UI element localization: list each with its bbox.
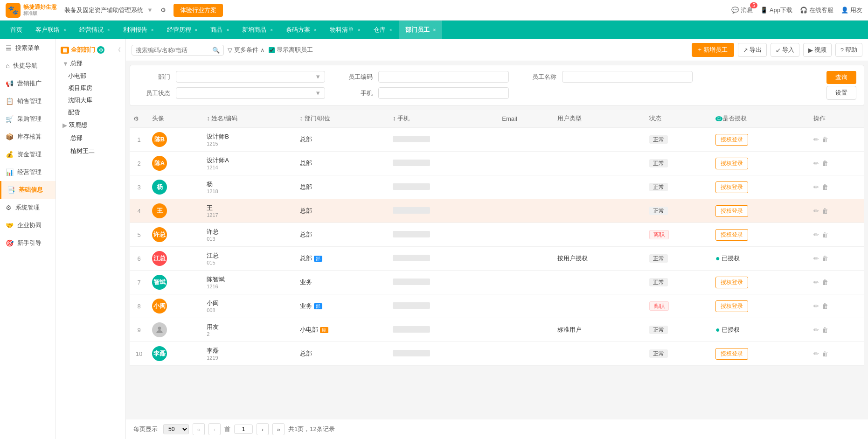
- close-icon[interactable]: ×: [358, 28, 361, 33]
- col-settings[interactable]: ⚙: [130, 110, 148, 128]
- close-icon-active[interactable]: ×: [433, 28, 436, 33]
- menu-item-sales[interactable]: 📋 销售管理: [0, 92, 56, 110]
- close-icon[interactable]: ×: [389, 28, 392, 33]
- tab-bom[interactable]: 物料清单 ×: [323, 21, 367, 39]
- edit-icon[interactable]: ✏: [813, 255, 819, 262]
- menu-item-purchase[interactable]: 🛒 采购管理: [0, 110, 56, 128]
- edit-icon[interactable]: ✏: [813, 302, 819, 310]
- close-icon[interactable]: ×: [151, 28, 154, 33]
- tab-department[interactable]: 部门员工 ×: [399, 21, 443, 39]
- authorize-login-button[interactable]: 授权登录: [715, 205, 748, 217]
- tab-home[interactable]: 首页: [4, 21, 29, 39]
- dept-node-shuanglu[interactable]: ▶ 双鹿想: [56, 118, 125, 132]
- col-dept-position[interactable]: ↕ 部门/职位: [296, 110, 389, 128]
- search-icon[interactable]: 🔍: [212, 47, 220, 54]
- col-name-code[interactable]: ↕ 姓名/编码: [203, 110, 296, 128]
- last-page-btn[interactable]: »: [272, 423, 285, 435]
- help-button[interactable]: ? 帮助: [835, 43, 862, 57]
- emp-name-input[interactable]: [562, 71, 693, 83]
- first-page-btn[interactable]: «: [193, 423, 205, 435]
- status-select[interactable]: ▼: [176, 87, 325, 99]
- filter-settings-button[interactable]: 设置: [826, 86, 856, 100]
- menu-item-search[interactable]: ☰ 搜索菜单: [0, 39, 56, 57]
- col-phone[interactable]: ↕ 手机: [389, 110, 498, 128]
- edit-icon[interactable]: ✏: [813, 207, 819, 215]
- show-resigned-checkbox[interactable]: [269, 47, 275, 53]
- dept-node-headquarters-parent[interactable]: ▼ 总部: [56, 57, 125, 70]
- dept-child-small-elec[interactable]: 小电部: [56, 70, 125, 82]
- tab-operation[interactable]: 经营情况 ×: [73, 21, 117, 39]
- close-icon[interactable]: ×: [314, 28, 317, 33]
- menu-item-guide[interactable]: 🎯 新手引导: [0, 234, 56, 252]
- close-icon[interactable]: ×: [63, 28, 66, 33]
- tab-customer[interactable]: 客户联络 ×: [29, 21, 73, 39]
- phone-input[interactable]: [378, 87, 509, 99]
- emp-code-input[interactable]: [378, 71, 509, 83]
- tab-profit[interactable]: 利润报告 ×: [117, 21, 160, 39]
- authorize-login-button[interactable]: 授权登录: [715, 229, 748, 241]
- edit-icon[interactable]: ✏: [813, 136, 819, 143]
- dept-settings-icon[interactable]: ⚙: [97, 46, 104, 54]
- authorize-login-button[interactable]: 授权登录: [715, 348, 748, 360]
- dept-node-planting[interactable]: 植树王二: [56, 145, 125, 158]
- edit-icon[interactable]: ✏: [813, 231, 819, 238]
- close-icon[interactable]: ×: [195, 28, 198, 33]
- dept-child-shenyang[interactable]: 沈阳大库: [56, 94, 125, 106]
- import-button[interactable]: ↙ 导入: [771, 43, 799, 57]
- dept-select[interactable]: ▼: [176, 71, 325, 83]
- current-page-input[interactable]: [234, 425, 253, 434]
- prev-page-btn[interactable]: ‹: [208, 423, 221, 435]
- menu-item-collaboration[interactable]: 🤝 企业协同: [0, 216, 56, 234]
- delete-icon[interactable]: 🗑: [822, 207, 828, 215]
- online-service-area[interactable]: 🎧 在线客服: [800, 6, 833, 14]
- settings-icon[interactable]: ⚙: [157, 4, 170, 17]
- menu-item-system[interactable]: ⚙ 系统管理: [0, 199, 56, 216]
- message-area[interactable]: 💬 消息 5: [731, 6, 753, 14]
- delete-icon[interactable]: 🗑: [822, 350, 828, 357]
- close-icon[interactable]: ×: [107, 28, 110, 33]
- add-employee-button[interactable]: + 新增员工: [692, 43, 734, 57]
- dropdown-icon[interactable]: ▼: [147, 7, 153, 14]
- delete-icon[interactable]: 🗑: [822, 183, 828, 191]
- more-filter-btn[interactable]: ▽ 更多条件 ∧: [228, 46, 265, 54]
- edit-icon[interactable]: ✏: [813, 279, 819, 286]
- menu-item-marketing[interactable]: 📢 营销推广: [0, 75, 56, 92]
- menu-item-finance[interactable]: 💰 资金管理: [0, 146, 56, 163]
- authorize-login-button[interactable]: 授权登录: [715, 158, 748, 169]
- search-box[interactable]: 🔍: [132, 45, 224, 56]
- authorize-login-button[interactable]: 授权登录: [715, 300, 748, 312]
- edit-icon[interactable]: ✏: [813, 326, 819, 334]
- delete-icon[interactable]: 🗑: [822, 302, 828, 310]
- dept-child-delivery[interactable]: 配货: [56, 106, 125, 118]
- tab-goods[interactable]: 商品 ×: [204, 21, 236, 39]
- delete-icon[interactable]: 🗑: [822, 231, 828, 238]
- close-icon[interactable]: ×: [270, 28, 273, 33]
- user-area[interactable]: 👤 用友: [841, 6, 862, 14]
- collapse-icon[interactable]: 《: [115, 46, 121, 54]
- show-resigned-label[interactable]: 显示离职员工: [269, 46, 313, 54]
- edit-icon[interactable]: ✏: [813, 183, 819, 191]
- per-page-select[interactable]: 50 100: [163, 424, 189, 434]
- dept-child-project[interactable]: 项目库房: [56, 82, 125, 94]
- menu-item-inventory[interactable]: 📦 库存核算: [0, 128, 56, 146]
- authorize-login-button[interactable]: 授权登录: [715, 134, 748, 146]
- app-download-area[interactable]: 📱 App下载: [760, 6, 792, 14]
- tab-new-goods[interactable]: 新增商品 ×: [236, 21, 279, 39]
- tab-warehouse[interactable]: 仓库 ×: [367, 21, 399, 39]
- next-page-btn[interactable]: ›: [257, 423, 269, 435]
- delete-icon[interactable]: 🗑: [822, 279, 828, 286]
- search-input[interactable]: [136, 47, 210, 54]
- authorize-login-button[interactable]: 授权登录: [715, 181, 748, 193]
- trial-button[interactable]: 体验行业方案: [174, 4, 223, 17]
- edit-icon[interactable]: ✏: [813, 160, 819, 167]
- query-button[interactable]: 查询: [826, 71, 856, 84]
- delete-icon[interactable]: 🗑: [822, 160, 828, 167]
- tab-history[interactable]: 经营历程 ×: [160, 21, 204, 39]
- tab-barcode[interactable]: 条码方案 ×: [279, 21, 323, 39]
- close-icon[interactable]: ×: [226, 28, 229, 33]
- dept-node-hq[interactable]: 总部: [56, 132, 125, 145]
- delete-icon[interactable]: 🗑: [822, 136, 828, 143]
- delete-icon[interactable]: 🗑: [822, 255, 828, 262]
- menu-item-operations[interactable]: 📊 经营管理: [0, 163, 56, 181]
- export-button[interactable]: ↗ 导出: [738, 43, 767, 57]
